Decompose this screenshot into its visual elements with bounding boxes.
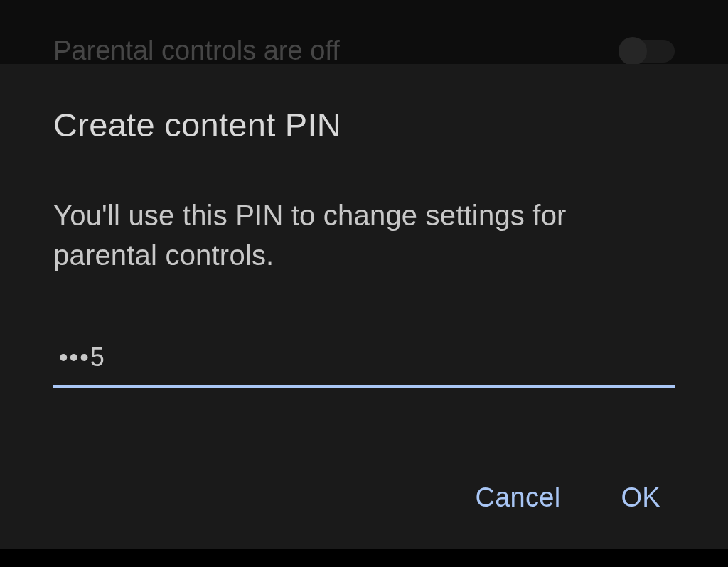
cancel-button[interactable]: Cancel [475, 482, 560, 513]
dialog-body-text: You'll use this PIN to change settings f… [53, 195, 675, 275]
parental-controls-toggle[interactable] [621, 40, 675, 63]
toggle-thumb-icon [619, 37, 647, 65]
nav-bar-area [0, 549, 728, 567]
create-pin-dialog: Create content PIN You'll use this PIN t… [0, 64, 728, 549]
dialog-title: Create content PIN [53, 105, 675, 144]
pin-input-wrapper [53, 342, 675, 388]
dialog-actions: Cancel OK [53, 454, 675, 513]
parental-controls-row: Parental controls are off [53, 36, 675, 66]
parental-controls-label: Parental controls are off [53, 36, 340, 66]
pin-input[interactable] [53, 342, 675, 388]
ok-button[interactable]: OK [621, 482, 660, 513]
